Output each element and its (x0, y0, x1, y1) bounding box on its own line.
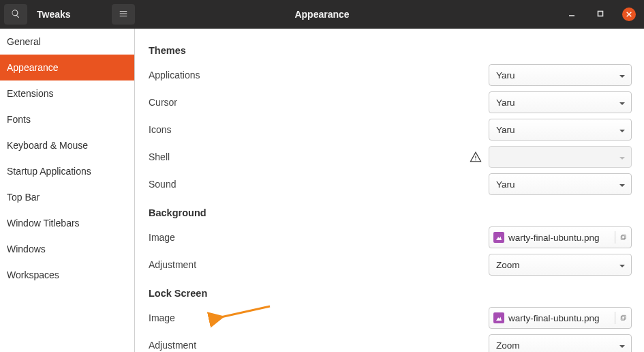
sidebar-item-extensions[interactable]: Extensions (0, 80, 134, 106)
sidebar-item-startup-applications[interactable]: Startup Applications (0, 158, 134, 184)
sidebar-item-windows[interactable]: Windows (0, 236, 134, 262)
search-icon (11, 9, 20, 20)
sidebar-item-keyboard-mouse[interactable]: Keyboard & Mouse (0, 132, 134, 158)
app-title: Tweaks (37, 9, 108, 20)
chevron-down-icon (619, 261, 626, 268)
sidebar-item-label: Keyboard & Mouse (7, 140, 88, 151)
sidebar-item-label: Top Bar (7, 192, 40, 203)
combo-icons[interactable]: Yaru (489, 119, 632, 141)
chevron-down-icon (619, 99, 626, 106)
combo-applications[interactable]: Yaru (489, 64, 632, 86)
image-file-icon (493, 232, 504, 243)
titlebar: Tweaks Appearance (0, 0, 644, 29)
sidebar: General Appearance Extensions Fonts Keyb… (0, 29, 135, 352)
filechooser-bg-image[interactable]: warty-final-ubuntu.png (489, 226, 632, 248)
row-bg-image: Image warty-final-ubuntu.png (149, 224, 632, 251)
sidebar-item-appearance[interactable]: Appearance (0, 55, 134, 80)
label-applications: Applications (149, 70, 353, 80)
row-sound: Sound Yaru (149, 171, 632, 198)
filechooser-ls-image[interactable]: warty-final-ubuntu.png (489, 307, 632, 329)
section-heading-lock-screen: Lock Screen (149, 288, 632, 299)
window-maximize-button[interactable] (594, 8, 607, 21)
window-minimize-button[interactable] (565, 8, 579, 21)
combo-value: Yaru (496, 125, 515, 135)
chevron-down-icon (619, 126, 626, 133)
svg-rect-8 (621, 317, 625, 321)
row-ls-adjustment: Adjustment Zoom (149, 332, 632, 352)
svg-rect-7 (622, 235, 626, 239)
open-file-icon (615, 312, 627, 324)
hamburger-menu-button[interactable] (112, 4, 135, 25)
label-ls-image: Image (149, 312, 353, 323)
combo-sound[interactable]: Yaru (489, 173, 632, 195)
label-cursor: Cursor (149, 97, 353, 108)
open-file-icon (615, 231, 627, 244)
combo-shell (489, 146, 632, 168)
sidebar-item-window-titlebars[interactable]: Window Titlebars (0, 210, 134, 236)
svg-rect-1 (598, 12, 603, 16)
sidebar-item-label: Extensions (7, 88, 53, 99)
filechooser-value: warty-final-ubuntu.png (508, 233, 600, 243)
row-cursor: Cursor Yaru (149, 89, 632, 116)
label-icons: Icons (149, 124, 353, 135)
hamburger-icon (119, 9, 128, 20)
minimize-icon (568, 9, 576, 20)
row-ls-image: Image warty-final-ubuntu.png (149, 304, 632, 332)
combo-value: Zoom (496, 260, 520, 270)
sidebar-item-label: General (7, 36, 41, 47)
svg-rect-9 (622, 315, 626, 319)
section-heading-background: Background (149, 207, 632, 218)
chevron-down-icon (619, 181, 626, 188)
combo-value: Yaru (496, 98, 515, 108)
image-file-icon (493, 312, 504, 323)
content-area: Themes Applications Yaru Cursor Yaru Ico… (135, 29, 644, 352)
window-controls (565, 8, 644, 21)
chevron-down-icon (619, 342, 626, 349)
maximize-icon (596, 9, 604, 20)
svg-rect-6 (621, 236, 625, 240)
label-bg-adjustment: Adjustment (149, 259, 353, 270)
warning-icon (470, 151, 482, 163)
filechooser-value: warty-final-ubuntu.png (508, 313, 600, 323)
sidebar-item-general[interactable]: General (0, 29, 134, 55)
sidebar-item-label: Windows (7, 244, 46, 254)
sidebar-item-fonts[interactable]: Fonts (0, 106, 134, 132)
sidebar-item-workspaces[interactable]: Workspaces (0, 262, 134, 288)
combo-cursor[interactable]: Yaru (489, 91, 632, 113)
combo-value: Zoom (496, 340, 520, 351)
search-button[interactable] (4, 4, 27, 25)
sidebar-item-top-bar[interactable]: Top Bar (0, 184, 134, 210)
chevron-down-icon (619, 153, 626, 160)
label-ls-adjustment: Adjustment (149, 340, 353, 351)
row-icons: Icons Yaru (149, 116, 632, 143)
row-shell: Shell (149, 143, 632, 171)
sidebar-item-label: Fonts (7, 114, 31, 125)
svg-point-5 (475, 160, 476, 161)
sidebar-item-label: Startup Applications (7, 166, 91, 177)
combo-ls-adjustment[interactable]: Zoom (489, 334, 632, 352)
row-bg-adjustment: Adjustment Zoom (149, 251, 632, 278)
chevron-down-icon (619, 72, 626, 78)
close-icon (626, 9, 632, 20)
combo-value: Yaru (496, 179, 515, 190)
combo-bg-adjustment[interactable]: Zoom (489, 254, 632, 276)
sidebar-item-label: Workspaces (7, 269, 59, 280)
sidebar-item-label: Appearance (7, 62, 59, 73)
label-sound: Sound (149, 179, 353, 190)
titlebar-left: Tweaks (0, 0, 135, 29)
section-heading-themes: Themes (149, 45, 632, 56)
combo-value: Yaru (496, 70, 515, 80)
label-bg-image: Image (149, 232, 353, 243)
label-shell: Shell (149, 151, 353, 162)
window-close-button[interactable] (622, 8, 636, 21)
page-title: Appearance (294, 9, 349, 20)
sidebar-item-label: Window Titlebars (7, 218, 80, 229)
row-applications: Applications Yaru (149, 61, 632, 89)
